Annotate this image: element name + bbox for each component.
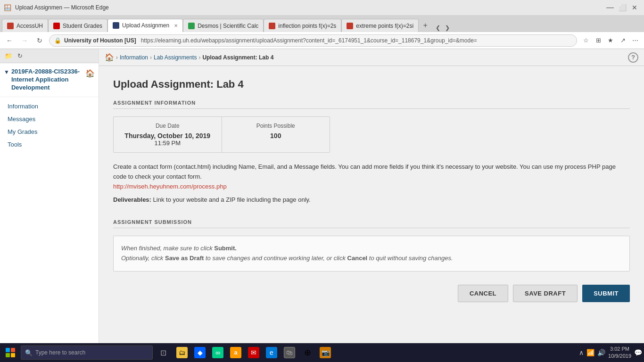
notification-icon[interactable]: 💬 — [634, 349, 642, 356]
forward-button[interactable]: → — [19, 35, 30, 46]
help-button[interactable]: ? — [628, 52, 638, 63]
breadcrumb-information[interactable]: Information — [120, 54, 148, 61]
tab-extreme[interactable]: extreme points f(x)=2si — [341, 19, 419, 32]
address-bar: ← → ↻ 🔒 University of Houston [US] https… — [0, 32, 644, 49]
window-icon: 🪟 — [4, 4, 11, 11]
due-date-cell: Due Date Thursday, October 10, 2019 11:5… — [114, 117, 222, 152]
back-button[interactable]: ← — [4, 35, 15, 46]
sidebar: 📁 ↻ ▼ 2019FA-20888-CIS2336-Internet Appl… — [0, 49, 99, 343]
sidebar-item-information[interactable]: Information — [0, 100, 99, 113]
course-collapse-arrow[interactable]: ▼ — [4, 69, 9, 75]
assignment-info-grid: Due Date Thursday, October 10, 2019 11:5… — [113, 116, 330, 153]
page-title: Upload Assignment: Lab 4 — [113, 75, 630, 90]
tab-favicon-desmos — [188, 23, 195, 29]
process-php-link[interactable]: http://mviseh.heyuhnem.com/process.php — [113, 183, 227, 190]
tab-label-student-grades: Student Grades — [63, 23, 102, 29]
due-date-label: Due Date — [121, 123, 214, 129]
tab-student-grades[interactable]: Student Grades — [48, 19, 107, 32]
taskbar-search[interactable]: 🔍 Type here to search — [21, 346, 153, 360]
breadcrumb-lab-assignments[interactable]: Lab Assignments — [154, 54, 197, 61]
address-bar-icons: ☆ ⊞ ★ ↗ ⋯ — [581, 35, 640, 46]
main-panel: 🏠 › Information › Lab Assignments › Uplo… — [99, 49, 644, 343]
tab-label-desmos: Desmos | Scientific Calc — [198, 23, 258, 29]
sidebar-item-tools[interactable]: Tools — [0, 138, 99, 151]
search-icon: 🔍 — [25, 349, 33, 356]
lock-icon: 🔒 — [54, 37, 61, 44]
breadcrumb-sep-1: › — [116, 54, 118, 61]
save-draft-button[interactable]: SAVE DRAFT — [513, 285, 578, 302]
tray-up-arrow[interactable]: ∧ — [579, 349, 584, 356]
tab-label-extreme: extreme points f(x)=2si — [356, 23, 413, 29]
sidebar-refresh-icon[interactable]: ↻ — [15, 51, 25, 61]
course-home-icon[interactable]: 🏠 — [85, 69, 95, 78]
submission-instruction3: to save changes and continue working lat… — [204, 255, 347, 262]
submission-instruction2: Optionally, click — [121, 255, 165, 262]
email-icon[interactable]: ✉ — [245, 344, 262, 361]
sidebar-nav-links: Information Messages My Grades Tools — [0, 97, 99, 154]
camera-icon[interactable]: 📷 — [317, 344, 334, 361]
reader-icon[interactable]: ⊞ — [593, 35, 603, 46]
clock-date: 10/9/2019 — [608, 353, 631, 360]
tabs-bar: AccessUH Student Grades Upload Assignmen… — [0, 15, 644, 32]
submission-instruction1: When finished, make sure to click — [121, 245, 214, 252]
tab-upload-assignment[interactable]: Upload Assignmen ✕ — [107, 19, 183, 32]
store-icon[interactable]: 🛍 — [281, 344, 298, 361]
cancel-button[interactable]: CANCEL — [458, 285, 508, 302]
submission-cancel-bold: Cancel — [347, 255, 368, 262]
submission-text: When finished, make sure to click Submit… — [121, 244, 622, 263]
address-field[interactable]: 🔒 University of Houston [US] https://ele… — [49, 34, 577, 47]
sidebar-item-messages[interactable]: Messages — [0, 113, 99, 125]
deliverables: Deliverables: Link to your website and a… — [113, 195, 630, 205]
edge-icon[interactable]: e — [263, 344, 280, 361]
maximize-btn[interactable]: ⬜ — [617, 2, 628, 13]
hub-icon[interactable]: ★ — [605, 35, 616, 46]
tab-favicon-extreme — [347, 23, 353, 29]
amazon-icon[interactable]: a — [227, 344, 244, 361]
tab-desmos[interactable]: Desmos | Scientific Calc — [183, 19, 264, 32]
tab-prev-btn[interactable]: ❮ — [434, 24, 442, 32]
tab-accessuh[interactable]: AccessUH — [2, 19, 48, 32]
tab-favicon-inflection — [269, 23, 275, 29]
submission-save-bold: Save as Draft — [165, 255, 204, 262]
more-icon[interactable]: ⋯ — [630, 35, 640, 46]
due-date-value: Thursday, October 10, 2019 — [121, 132, 214, 140]
assignment-description: Create a contact form (contact.html) inc… — [113, 162, 630, 191]
loop-icon[interactable]: ∞ — [209, 344, 226, 361]
tab-next-btn[interactable]: ❯ — [443, 24, 452, 32]
action-buttons: CANCEL SAVE DRAFT SUBMIT — [113, 279, 630, 302]
breadcrumb-bar: 🏠 › Information › Lab Assignments › Uplo… — [99, 49, 644, 66]
chrome-icon[interactable]: ⊕ — [299, 344, 316, 361]
assignment-info-header: ASSIGNMENT INFORMATION — [113, 100, 630, 109]
breadcrumb-home-icon[interactable]: 🏠 — [105, 53, 114, 62]
sidebar-item-my-grades[interactable]: My Grades — [0, 125, 99, 138]
sidebar-folder-icon[interactable]: 📁 — [4, 51, 13, 61]
breadcrumb-sep-2: › — [150, 54, 152, 61]
submission-instruction4: to quit without saving changes. — [367, 255, 453, 262]
tab-favicon-upload — [113, 22, 119, 29]
tab-label-inflection: inflection points f(x)=2s — [278, 23, 336, 29]
address-url: https://elearning.uh.edu/webapps/assignm… — [141, 37, 572, 44]
share-icon[interactable]: ↗ — [618, 35, 628, 46]
tab-close-upload[interactable]: ✕ — [174, 23, 178, 28]
refresh-button[interactable]: ↻ — [34, 35, 45, 46]
submit-button[interactable]: SUBMIT — [582, 285, 630, 302]
points-label: Points Possible — [230, 123, 322, 129]
task-view-icon[interactable]: ⊡ — [155, 344, 172, 361]
new-tab-button[interactable]: + — [419, 19, 432, 32]
file-explorer-icon[interactable]: 🗂 — [173, 344, 190, 361]
points-cell: Points Possible 100 — [222, 117, 330, 152]
main-scrollable: Upload Assignment: Lab 4 ASSIGNMENT INFO… — [99, 66, 644, 343]
assignment-submission-header: ASSIGNMENT SUBMISSION — [113, 219, 630, 228]
system-tray: ∧ 📶 🔊 3:02 PM 10/9/2019 💬 — [579, 346, 642, 360]
start-button[interactable] — [2, 344, 19, 361]
close-btn[interactable]: ✕ — [629, 2, 640, 13]
deliverables-text: Link to your website and a ZIP file incl… — [153, 196, 311, 203]
tray-sound-icon[interactable]: 🔊 — [597, 349, 605, 356]
system-clock[interactable]: 3:02 PM 10/9/2019 — [608, 346, 631, 360]
tray-network-icon[interactable]: 📶 — [586, 349, 594, 356]
tab-inflection[interactable]: inflection points f(x)=2s — [264, 19, 341, 32]
dropbox-icon[interactable]: ◆ — [191, 344, 208, 361]
minimize-btn[interactable]: — — [604, 2, 616, 13]
star-icon[interactable]: ☆ — [581, 35, 591, 46]
content-area: 📁 ↻ ▼ 2019FA-20888-CIS2336-Internet Appl… — [0, 49, 644, 343]
